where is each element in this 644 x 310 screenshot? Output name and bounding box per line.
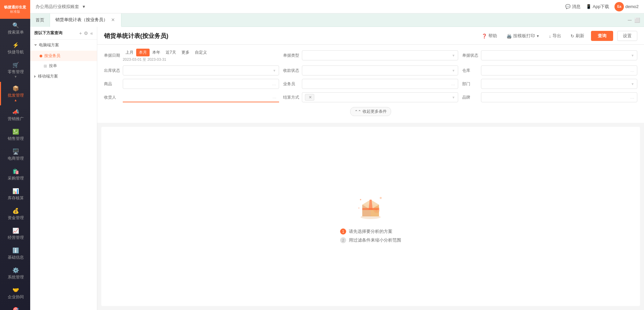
sidebar-item-wholesale[interactable]: 📦 批发管理 ▲ xyxy=(0,82,30,105)
dept-input[interactable]: ▼ xyxy=(481,79,637,89)
sidebar-item-collab[interactable]: 🤝 企业协同 xyxy=(0,283,30,303)
salesperson-more-icon: … xyxy=(451,82,455,86)
query-button[interactable]: 查询 xyxy=(591,31,613,41)
date-tab-lastmonth[interactable]: 上月 xyxy=(123,49,136,56)
payment-tag-remove[interactable]: ✕ xyxy=(309,95,312,100)
out-status-input[interactable]: ▼ xyxy=(123,65,279,75)
warehouse-more-icon: … xyxy=(630,68,634,73)
sidebar-item-operation[interactable]: 📈 经营管理 xyxy=(0,224,30,244)
app-icon: 📱 xyxy=(586,4,591,9)
collapse-filter-button[interactable]: ⌃⌃ 收起更多条件 xyxy=(350,107,391,116)
wholesale-arrow-icon: ▲ xyxy=(14,98,17,102)
pc-scheme-header[interactable]: 电脑端方案 xyxy=(30,40,97,51)
svg-point-9 xyxy=(359,208,360,209)
bill-status-input[interactable]: ▼ xyxy=(481,50,637,60)
logo-sub: 标准版 xyxy=(10,9,20,14)
sidebar-item-label: 经营管理 xyxy=(8,235,24,241)
refresh-icon: ↻ xyxy=(571,34,574,39)
scheme-item-salesperson-label: 按业务员 xyxy=(44,53,60,59)
goods-more-icon: … xyxy=(272,82,276,86)
tab-home[interactable]: 首页 xyxy=(30,13,50,27)
receipt-status-label: 收款状态 xyxy=(283,68,299,73)
sidebar-item-label: 销售管理 xyxy=(8,136,24,142)
ecommerce-icon: 🖥️ xyxy=(12,148,19,155)
sidebar-item-quicknav[interactable]: ⚡ 快捷导航 xyxy=(0,39,30,58)
receipt-status-dropdown-icon: ▼ xyxy=(452,69,455,72)
sidebar-item-guide[interactable]: 🎯 新手引导 xyxy=(0,303,30,310)
tab-close-icon[interactable]: ✕ xyxy=(110,17,116,22)
sidebar-item-basic[interactable]: ℹ️ 基础信息 xyxy=(0,244,30,264)
pc-scheme-label: 电脑端方案 xyxy=(39,42,59,48)
filter-row-3: 商品 … 业务员 … xyxy=(104,79,637,89)
sidebar-item-label: 企业协同 xyxy=(8,294,24,300)
scheme-item-salesperson[interactable]: 按业务员 xyxy=(30,51,97,61)
date-filter-label: 单据日期 xyxy=(104,53,120,58)
app-download-button[interactable]: 📱 App下载 xyxy=(586,4,609,10)
sidebar-item-system[interactable]: ⚙️ 系统管理 xyxy=(0,264,30,283)
brand-input[interactable]: … xyxy=(481,92,637,102)
empty-tip-1: 1 请先选择要分析的方案 xyxy=(340,228,401,235)
date-tab-thisyear[interactable]: 本年 xyxy=(150,49,163,56)
scheme-settings-icon[interactable]: ⚙ xyxy=(84,31,88,36)
help-button[interactable]: ❓ 帮助 xyxy=(479,32,500,40)
page-title: 销货单统计表(按业务员) xyxy=(104,32,168,40)
finance-icon: 💰 xyxy=(12,208,19,214)
refresh-button[interactable]: ↻ 刷新 xyxy=(568,32,587,40)
add-scheme-button[interactable]: + xyxy=(79,31,82,36)
bill-status-field: 单据状态 ▼ xyxy=(462,50,637,60)
bill-type-field: 单据类型 ▼ xyxy=(283,50,458,60)
tab-sales-stat[interactable]: 销货单统计表（按业务员） ✕ xyxy=(50,13,121,27)
sidebar-item-label: 零售管理 xyxy=(8,69,24,75)
msg-label: 消息 xyxy=(572,4,581,10)
sidebar-item-inventory[interactable]: 📊 库存核算 xyxy=(0,185,30,204)
msg-button[interactable]: 💬 消息 xyxy=(565,4,581,10)
print-button[interactable]: 🖨️ 按模板打印 ▼ xyxy=(504,32,542,40)
msg-icon: 💬 xyxy=(565,4,571,9)
settings-button[interactable]: 设置 xyxy=(617,31,637,41)
page-actions: ❓ 帮助 🖨️ 按模板打印 ▼ ↓ 导出 ↻ xyxy=(479,31,637,41)
sidebar-item-sales[interactable]: 💹 销售管理 xyxy=(0,125,30,145)
sidebar-item-purchase[interactable]: 🛍️ 采购管理 xyxy=(0,165,30,185)
username: demo2 xyxy=(625,4,639,9)
collapse-label: 收起更多条件 xyxy=(363,109,387,114)
sidebar-item-label: 快捷导航 xyxy=(8,49,24,55)
sidebar-item-finance[interactable]: 💰 资金管理 xyxy=(0,204,30,224)
operation-icon: 📈 xyxy=(12,227,19,234)
date-filter-group: 上月 本月 本年 近7天 更多 自定义 2023-03-01 至 2023-03… xyxy=(123,49,279,62)
tab-minimize-icon[interactable]: ─ xyxy=(628,17,632,23)
date-tab-more[interactable]: 更多 xyxy=(179,49,192,56)
purchase-icon: 🛍️ xyxy=(12,168,19,174)
app-label: App下载 xyxy=(593,4,609,10)
receiver-input[interactable]: … xyxy=(123,92,279,102)
date-tab-thismonth[interactable]: 本月 xyxy=(136,49,150,56)
collapse-panel-icon[interactable]: « xyxy=(90,31,93,36)
date-tab-custom[interactable]: 自定义 xyxy=(192,49,210,56)
export-button[interactable]: ↓ 导出 xyxy=(546,32,564,40)
mobile-scheme-header[interactable]: 移动端方案 xyxy=(30,71,97,82)
mobile-scheme-arrow-icon xyxy=(34,75,36,78)
user-profile[interactable]: Ea demo2 xyxy=(614,2,639,11)
goods-input[interactable]: … xyxy=(123,79,279,89)
receipt-status-input[interactable]: ▼ xyxy=(302,65,458,75)
tab-maximize-icon[interactable]: ⬜ xyxy=(634,17,640,23)
warehouse-input[interactable]: … xyxy=(481,65,637,75)
payment-field: 结算方式 ✕ ▼ xyxy=(283,92,458,102)
print-dropdown-icon[interactable]: ▼ xyxy=(536,34,540,38)
bill-type-input[interactable]: ▼ xyxy=(302,50,458,60)
scheme-item-bill[interactable]: ⊞ 按单 xyxy=(30,61,97,71)
bill-scheme-icon: ⊞ xyxy=(44,64,47,68)
payment-input[interactable]: ✕ ▼ xyxy=(302,92,458,102)
sidebar-item-retail[interactable]: 🛒 零售管理 ▼ xyxy=(0,58,30,82)
quicknav-icon: ⚡ xyxy=(12,42,19,48)
guide-icon: 🎯 xyxy=(12,307,19,310)
export-label: 导出 xyxy=(552,33,561,39)
filter-row-1: 单据日期 上月 本月 本年 近7天 更多 自定义 xyxy=(104,49,637,62)
sidebar-item-search[interactable]: 🔍 搜索菜单 xyxy=(0,19,30,39)
salesperson-input[interactable]: … xyxy=(302,79,458,89)
breadcrumb-dropdown[interactable]: ▼ xyxy=(82,4,86,9)
date-tab-7days[interactable]: 近7天 xyxy=(163,49,179,56)
date-tabs-row: 上月 本月 本年 近7天 更多 自定义 xyxy=(123,49,279,56)
sidebar-item-ecommerce[interactable]: 🖥️ 电商管理 xyxy=(0,145,30,165)
sidebar-item-marketing[interactable]: 📣 营销推广 xyxy=(0,105,30,125)
receiver-field: 收货人 … xyxy=(104,92,279,102)
